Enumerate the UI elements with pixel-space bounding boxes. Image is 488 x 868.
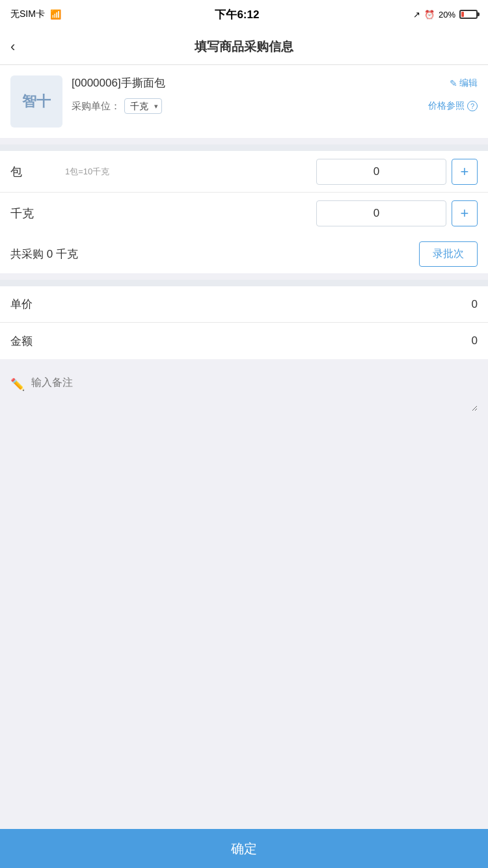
kg-input[interactable] — [316, 200, 446, 226]
carrier-label: 无SIM卡 — [10, 8, 45, 20]
amount-value: 0 — [472, 334, 478, 347]
product-image: 智十 — [10, 75, 62, 128]
bao-input[interactable] — [316, 159, 446, 185]
product-name-row: [0000006]手撕面包 ✎编辑 — [72, 75, 478, 90]
edit-button[interactable]: ✎编辑 — [450, 77, 478, 89]
divider-2 — [0, 280, 488, 286]
price-ref-icon: ? — [467, 101, 478, 111]
wifi-icon: 📶 — [50, 9, 61, 20]
unit-prefix-label: 采购单位： — [72, 100, 120, 113]
unit-select[interactable]: 千克 包 — [124, 98, 162, 114]
input-section: 包 1包=10千克 + 千克 + — [0, 151, 488, 234]
page-title: 填写商品采购信息 — [195, 38, 293, 55]
battery-fill — [461, 12, 464, 17]
kg-input-row: 千克 + — [0, 193, 488, 234]
price-ref-button[interactable]: 价格参照 ? — [428, 100, 478, 112]
status-time: 下午6:12 — [215, 7, 259, 22]
battery-icon — [459, 10, 478, 19]
unit-price-row: 单价 0 — [0, 286, 488, 323]
summary-text: 共采购 0 千克 — [10, 247, 78, 262]
product-card: 智十 [0000006]手撕面包 ✎编辑 采购单位： 千克 包 价格参照 ? — [0, 65, 488, 138]
status-right: ↗ ⏰ 20% — [413, 10, 478, 20]
bao-input-row: 包 1包=10千克 + — [0, 151, 488, 193]
unit-price-label: 单价 — [10, 297, 33, 312]
notes-section[interactable]: ✏️ — [0, 366, 488, 444]
product-unit-row: 采购单位： 千克 包 价格参照 ? — [72, 98, 478, 114]
status-left: 无SIM卡 📶 — [10, 8, 61, 20]
bao-sub: 1包=10千克 — [65, 166, 109, 178]
nav-bar: ‹ 填写商品采购信息 — [0, 29, 488, 65]
record-batch-button[interactable]: 录批次 — [419, 241, 478, 267]
price-section: 单价 0 金额 0 — [0, 286, 488, 359]
status-bar: 无SIM卡 📶 下午6:12 ↗ ⏰ 20% — [0, 0, 488, 29]
amount-row: 金额 0 — [0, 323, 488, 359]
product-logo: 智十 — [22, 92, 51, 111]
unit-select-wrapper[interactable]: 千克 包 — [124, 98, 162, 114]
amount-label: 金额 — [10, 334, 33, 349]
unit-price-value: 0 — [472, 298, 478, 311]
price-ref-label: 价格参照 — [428, 100, 465, 112]
product-name: [0000006]手撕面包 — [72, 75, 165, 90]
alarm-icon: ⏰ — [424, 10, 435, 20]
kg-label: 千克 — [10, 206, 62, 221]
product-info: [0000006]手撕面包 ✎编辑 采购单位： 千克 包 价格参照 ? — [72, 75, 478, 114]
back-button[interactable]: ‹ — [10, 38, 15, 55]
notes-input[interactable] — [31, 376, 478, 411]
location-icon: ↗ — [413, 10, 420, 20]
bao-plus-button[interactable]: + — [452, 159, 478, 185]
summary-section: 共采购 0 千克 录批次 — [0, 234, 488, 273]
bao-input-wrapper: + — [109, 159, 478, 185]
bottom-spacer — [0, 444, 488, 639]
kg-plus-button[interactable]: + — [452, 200, 478, 226]
bao-label: 包 — [10, 164, 62, 180]
kg-input-wrapper: + — [62, 200, 478, 226]
battery-percent: 20% — [439, 10, 455, 20]
pencil-icon: ✏️ — [10, 377, 25, 392]
divider-1 — [0, 144, 488, 151]
confirm-button[interactable]: 确定 — [0, 829, 488, 868]
